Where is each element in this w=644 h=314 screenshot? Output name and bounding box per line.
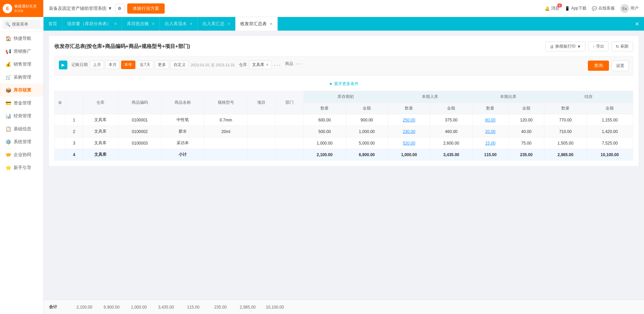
col-no: 1 [66, 114, 83, 126]
col-settings[interactable] [55, 137, 66, 149]
tab-receive-send-summary-close[interactable]: ✕ [269, 22, 273, 26]
search-menu-button[interactable]: 🔍 搜索菜单 [3, 20, 40, 29]
col-in-qty[interactable]: 250.00 [388, 114, 430, 126]
user-menu-button[interactable]: Ea 用户 [620, 4, 639, 13]
col-out-qty[interactable]: 115.00 [472, 149, 508, 161]
col-out-qty[interactable]: 15.00 [472, 137, 508, 149]
col-no: 2 [66, 126, 83, 137]
date-buttons: 上月 本月 本年 近7天 更多 自定义 [90, 61, 189, 69]
tabbar-close-button[interactable]: ✕ [630, 21, 644, 27]
tab-inout-flow-close[interactable]: ✕ [189, 22, 193, 26]
app-download-button[interactable]: 📱 App下载 [565, 5, 587, 11]
table-subheader-balance-amt: 金额 [587, 103, 633, 114]
tab-inventory-batch-close[interactable]: ✕ [152, 22, 155, 26]
sidebar-item-quick-nav[interactable]: 🏠 快捷导航 [0, 32, 43, 45]
topbar-title-dropdown[interactable]: 装备及固定资产辅助管理系统 ▼ [49, 5, 112, 12]
export-icon: ↑ [593, 44, 595, 49]
tab-inout-summary[interactable]: 出入库汇总 ✕ [198, 17, 235, 31]
filter-toggle-button[interactable]: ▶ [59, 61, 67, 69]
topbar-settings-button[interactable]: ⚙ [115, 4, 125, 13]
sidebar-item-finance[interactable]: 💳 资金管理 [0, 97, 43, 110]
filter-bar: ▶ 记账日期 上月 本月 本年 近7天 更多 自定义 2023-01-01 至 … [54, 56, 633, 76]
tab-inout-flow-label: 出入库流水 [165, 21, 187, 27]
date-btn-more[interactable]: 更多 [155, 61, 169, 69]
date-btn-last-7days[interactable]: 近7天 [137, 61, 153, 69]
sidebar-item-operations[interactable]: 📊 经营管理 [0, 110, 43, 122]
online-support-button[interactable]: 💬 在线客服 [592, 5, 615, 11]
page-header: 收发存汇总表(按仓库+商品编码+商品+规格型号+项目+部门) 🖨 换模板打印 ▼… [54, 42, 633, 51]
sidebar-item-basic[interactable]: 📋 基础信息 [0, 122, 43, 135]
sidebar-item-purchase[interactable]: 🛒 采购管理 [0, 71, 43, 84]
download-icon: 📱 [565, 6, 570, 11]
col-in-qty[interactable]: 1,000.00 [388, 149, 430, 161]
tab-inventory-batch[interactable]: 库存批次账 ✕ [122, 17, 160, 31]
date-btn-last-month[interactable]: 上月 [90, 61, 104, 69]
bottom-values: 2,100.00 6,900.00 1,000.00 3,435.00 115.… [71, 305, 639, 310]
sidebar-item-enterprise[interactable]: 🤝 企业协同 [0, 148, 43, 161]
date-btn-this-year[interactable]: 本年 [121, 61, 135, 69]
col-department [276, 126, 303, 137]
sidebar-item-inventory[interactable]: 📦 库存核算 [0, 84, 43, 97]
settings-button[interactable]: 设置 [612, 61, 629, 71]
sidebar-item-guide[interactable]: 🌟 新手引导 [0, 161, 43, 174]
col-balance-amt: 1,420.00 [587, 126, 633, 137]
col-warehouse: 文具库 [83, 126, 118, 137]
date-filter-group: 记账日期 上月 本月 本年 近7天 更多 自定义 2023-01-01 至 20… [71, 61, 235, 69]
table-row: 2文具库0100002胶水20ml500.001,000.00230.00460… [55, 126, 633, 137]
table-subheader-in-qty: 数量 [388, 103, 430, 114]
sales-icon: 💰 [5, 62, 11, 67]
product-filter-label: 商品 [285, 61, 293, 67]
product-more-dots[interactable]: ··· [295, 61, 302, 67]
bell-icon: 🔔 [545, 6, 550, 11]
date-btn-custom[interactable]: 自定义 [170, 61, 189, 69]
notifications-badge: 6 [557, 3, 562, 7]
warehouse-more-dots[interactable]: ··· [274, 62, 281, 68]
refresh-button[interactable]: ↻ 刷新 [611, 42, 633, 51]
table-settings-col[interactable]: ⚙ [55, 91, 66, 114]
table-row: 4文具库小计2,100.006,900.001,000.003,435.0011… [55, 149, 633, 161]
notifications-button[interactable]: 🔔 消息 6 [545, 5, 559, 11]
col-out-amt: 120.00 [508, 114, 544, 126]
query-button[interactable]: 查询 [588, 61, 609, 71]
search-icon: 🔍 [5, 22, 11, 27]
expand-more-conditions-button[interactable]: ▼ 展开更多条件 [54, 80, 633, 88]
tab-inventory-distribution-label: 现存量（库存分布表） [67, 21, 111, 27]
col-settings[interactable] [55, 149, 66, 161]
product-filter-group: 商品 ··· [285, 61, 302, 67]
sidebar-item-marketing[interactable]: 📢 营销推广 [0, 45, 43, 58]
col-settings[interactable] [55, 114, 66, 126]
topbar: 装备及固定资产辅助管理系统 ▼ ⚙ 体验行业方案 🔔 消息 6 📱 App下载 … [44, 0, 644, 17]
bottom-balance-amt: 10,100.00 [261, 305, 288, 310]
col-out-qty[interactable]: 20.00 [472, 126, 508, 137]
tab-home[interactable]: 首页 [44, 17, 62, 31]
col-in-qty[interactable]: 230.00 [388, 126, 430, 137]
col-project [247, 126, 275, 137]
date-btn-this-month[interactable]: 本月 [105, 61, 120, 69]
col-settings[interactable] [55, 126, 66, 137]
col-product-spec: 0.7mm [204, 114, 247, 126]
col-product-name: 中性笔 [161, 114, 204, 126]
tab-inventory-distribution-close[interactable]: ✕ [114, 22, 117, 26]
col-out-qty[interactable]: 80.00 [472, 114, 508, 126]
tab-inout-flow[interactable]: 出入库流水 ✕ [160, 17, 198, 31]
user-avatar-text: Ea [622, 6, 627, 11]
table-subheader-opening-amt: 金额 [346, 103, 388, 114]
bottom-balance-qty: 2,985.00 [234, 305, 261, 310]
tab-inventory-distribution[interactable]: 现存量（库存分布表） ✕ [62, 17, 122, 31]
trial-btn[interactable]: 体验行业方案 [127, 3, 165, 14]
basic-icon: 📋 [5, 126, 11, 132]
col-opening-amt: 5,000.00 [346, 137, 388, 149]
sidebar-item-sales[interactable]: 💰 销售管理 [0, 58, 43, 71]
warehouse-tag-close[interactable]: ✕ [266, 63, 269, 67]
col-project [247, 137, 275, 149]
template-print-button[interactable]: 🖨 换模板打印 ▼ [545, 42, 585, 51]
sidebar-item-system[interactable]: ⚙️ 系统管理 [0, 135, 43, 148]
tab-inout-summary-close[interactable]: ✕ [227, 22, 230, 26]
export-button[interactable]: ↑ 导出 [588, 42, 609, 51]
tab-receive-send-summary[interactable]: 收发存汇总表 ✕ [235, 17, 278, 31]
table-subheader-out-amt: 金额 [508, 103, 544, 114]
col-in-qty[interactable]: 520.00 [388, 137, 430, 149]
col-out-amt: 40.00 [508, 126, 544, 137]
table-header-department: 部门 [276, 91, 303, 114]
col-opening-amt: 6,900.00 [346, 149, 388, 161]
